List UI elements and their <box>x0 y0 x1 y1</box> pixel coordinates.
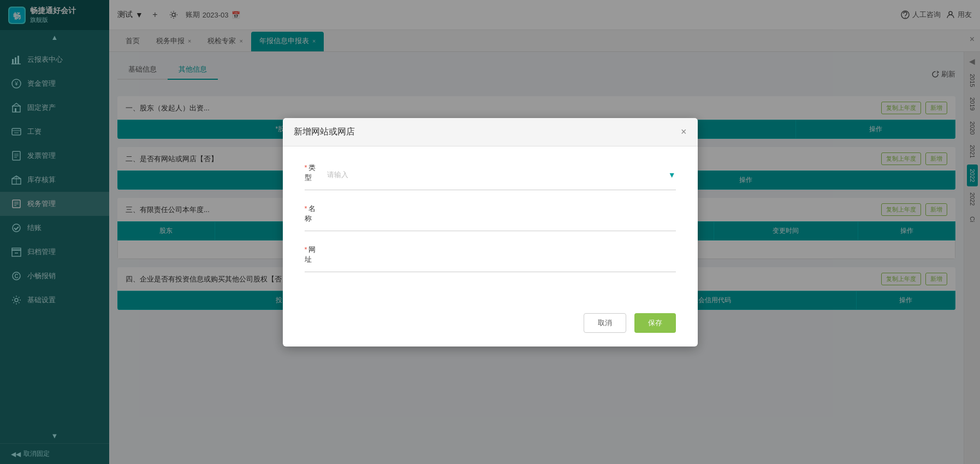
type-label: *类型 <box>305 163 322 183</box>
dropdown-chevron-icon: ▼ <box>668 171 676 179</box>
dialog-title: 新增网站或网店 <box>294 126 355 138</box>
dialog-overlay: 新增网站或网店 × *类型 ▼ *名称 <box>0 0 980 464</box>
form-field-url: *网址 <box>305 245 676 272</box>
dialog-footer: 取消 保存 <box>283 302 698 346</box>
url-input[interactable] <box>327 250 676 263</box>
form-field-type: *类型 ▼ <box>305 163 676 190</box>
dialog-close-button[interactable]: × <box>681 126 687 138</box>
dialog-header: 新增网站或网店 × <box>283 118 698 146</box>
cancel-button[interactable]: 取消 <box>584 313 626 333</box>
name-input[interactable] <box>327 209 676 222</box>
dialog-body: *类型 ▼ *名称 *网址 <box>283 146 698 302</box>
add-website-dialog: 新增网站或网店 × *类型 ▼ *名称 <box>283 118 698 346</box>
name-label: *名称 <box>305 204 322 224</box>
save-button[interactable]: 保存 <box>634 313 676 333</box>
form-field-name: *名称 <box>305 204 676 231</box>
url-label: *网址 <box>305 245 322 265</box>
type-input[interactable] <box>327 168 676 181</box>
